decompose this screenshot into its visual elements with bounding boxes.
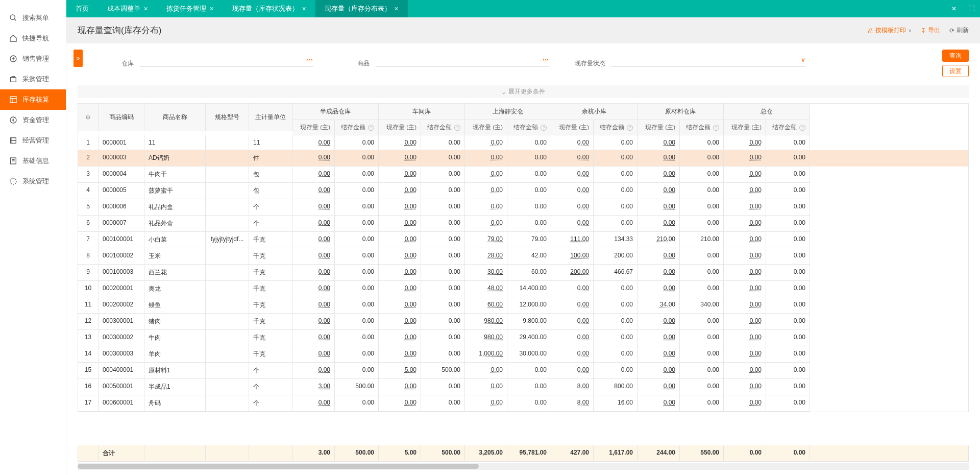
cell-value[interactable]: 0.00 bbox=[724, 150, 766, 167]
tab-close-all[interactable]: ✕ bbox=[945, 0, 963, 17]
cell-value[interactable]: 48.00 bbox=[465, 281, 507, 297]
cell-value[interactable]: 0.00 bbox=[379, 167, 421, 183]
cell-value[interactable]: 0.00 bbox=[638, 379, 680, 395]
cell-value[interactable]: 0.00 bbox=[724, 248, 766, 265]
cell-value[interactable]: 0.00 bbox=[638, 183, 680, 199]
cell-value[interactable]: 0.00 bbox=[292, 330, 335, 346]
cell-value[interactable]: 0.00 bbox=[379, 314, 421, 330]
query-button[interactable]: 查询 bbox=[942, 50, 969, 62]
cell-value[interactable]: 0.00 bbox=[724, 314, 766, 330]
cell-value[interactable]: 0.00 bbox=[379, 330, 421, 346]
help-icon[interactable]: ? bbox=[713, 125, 719, 131]
cell-value[interactable]: 8.00 bbox=[551, 379, 594, 395]
horizontal-scrollbar[interactable] bbox=[78, 463, 969, 470]
cell-value[interactable]: 0.00 bbox=[292, 363, 335, 379]
sidebar-item-stock[interactable]: 库存核算 bbox=[0, 89, 66, 110]
cell-value[interactable]: 0.00 bbox=[465, 183, 507, 199]
cell-value[interactable]: 980.00 bbox=[465, 314, 507, 330]
cell-value[interactable]: 0.00 bbox=[551, 363, 594, 379]
cell-value[interactable]: 5.00 bbox=[379, 363, 421, 379]
cell-value[interactable]: 0.00 bbox=[638, 330, 680, 346]
cell-value[interactable]: 0.00 bbox=[292, 395, 335, 412]
more-icon[interactable]: ⋯ bbox=[307, 56, 313, 63]
cell-value[interactable]: 28.00 bbox=[465, 248, 507, 265]
cell-value[interactable]: 34.00 bbox=[638, 297, 680, 314]
more-icon[interactable]: ⋯ bbox=[543, 56, 549, 63]
cell-value[interactable]: 0.00 bbox=[551, 135, 594, 150]
sidebar-item-base[interactable]: 基础信息 bbox=[0, 151, 66, 171]
cell-value[interactable]: 0.00 bbox=[724, 330, 766, 346]
cell-value[interactable]: 0.00 bbox=[638, 395, 680, 412]
cell-value[interactable]: 0.00 bbox=[465, 135, 507, 150]
sidebar-item-ops[interactable]: 经营管理 bbox=[0, 130, 66, 151]
cell-value[interactable]: 0.00 bbox=[638, 346, 680, 363]
cell-value[interactable]: 79.00 bbox=[465, 232, 507, 248]
cell-value[interactable]: 0.00 bbox=[724, 297, 766, 314]
cell-value[interactable]: 0.00 bbox=[551, 297, 594, 314]
cell-value[interactable]: 0.00 bbox=[724, 216, 766, 232]
close-icon[interactable]: ✕ bbox=[302, 6, 306, 12]
table-row[interactable]: 50000006礼品内盒个0.000.000.000.000.000.000.0… bbox=[78, 199, 968, 216]
cell-value[interactable]: 0.00 bbox=[379, 297, 421, 314]
cell-value[interactable]: 0.00 bbox=[638, 265, 680, 281]
cell-value[interactable]: 0.00 bbox=[379, 379, 421, 395]
cell-value[interactable]: 0.00 bbox=[292, 346, 335, 363]
table-row[interactable]: 17000600001舟码个0.000.000.000.000.000.008.… bbox=[78, 395, 968, 412]
print-by-template-link[interactable]: 🖨 按模板打印 ∨ bbox=[867, 26, 912, 35]
cell-value[interactable]: 0.00 bbox=[292, 314, 335, 330]
settings-button[interactable]: 设置 bbox=[942, 65, 969, 77]
table-row[interactable]: 7000100001小白菜tyjyjtyjtyjdf...千克0.000.000… bbox=[78, 232, 968, 248]
close-icon[interactable]: ✕ bbox=[394, 6, 399, 12]
tab[interactable]: 成本调整单✕ bbox=[98, 0, 157, 17]
table-row[interactable]: 1000000111110.000.000.000.000.000.000.00… bbox=[78, 135, 968, 150]
help-icon[interactable]: ? bbox=[368, 125, 374, 131]
cell-value[interactable]: 0.00 bbox=[724, 265, 766, 281]
help-icon[interactable]: ? bbox=[541, 125, 547, 131]
sidebar-item-sales[interactable]: 销售管理 bbox=[0, 49, 66, 69]
close-icon[interactable]: ✕ bbox=[143, 6, 148, 12]
cell-value[interactable]: 0.00 bbox=[724, 167, 766, 183]
cell-value[interactable]: 0.00 bbox=[638, 150, 680, 167]
sidebar-item-fund[interactable]: 资金管理 bbox=[0, 110, 66, 130]
cell-value[interactable]: 30.00 bbox=[465, 265, 507, 281]
cell-value[interactable]: 0.00 bbox=[465, 216, 507, 232]
cell-value[interactable]: 0.00 bbox=[638, 135, 680, 150]
cell-value[interactable]: 0.00 bbox=[465, 199, 507, 216]
cell-value[interactable]: 980.00 bbox=[465, 330, 507, 346]
table-row[interactable]: 20000003AD钙奶件0.000.000.000.000.000.000.0… bbox=[78, 150, 968, 167]
cell-value[interactable]: 0.00 bbox=[379, 216, 421, 232]
cell-value[interactable]: 0.00 bbox=[638, 314, 680, 330]
help-icon[interactable]: ? bbox=[799, 125, 805, 131]
cell-value[interactable]: 0.00 bbox=[724, 346, 766, 363]
cell-value[interactable]: 0.00 bbox=[551, 199, 594, 216]
table-row[interactable]: 10000200001奥龙千克0.000.000.000.0048.0014,4… bbox=[78, 281, 968, 297]
cell-value[interactable]: 0.00 bbox=[379, 346, 421, 363]
cell-value[interactable]: 0.00 bbox=[379, 281, 421, 297]
cell-value[interactable]: 0.00 bbox=[465, 395, 507, 412]
cell-value[interactable]: 0.00 bbox=[379, 265, 421, 281]
cell-value[interactable]: 0.00 bbox=[379, 395, 421, 412]
cell-value[interactable]: 210.00 bbox=[638, 232, 680, 248]
cell-value[interactable]: 0.00 bbox=[638, 216, 680, 232]
sidebar-item-sys[interactable]: 系统管理 bbox=[0, 171, 66, 192]
cell-value[interactable]: 0.00 bbox=[379, 199, 421, 216]
sidebar-item-purchase[interactable]: 采购管理 bbox=[0, 69, 66, 89]
cell-value[interactable]: 0.00 bbox=[292, 248, 335, 265]
status-select[interactable]: ∨ bbox=[611, 60, 805, 67]
table-row[interactable]: 12000300001猪肉千克0.000.000.000.00980.009,8… bbox=[78, 314, 968, 330]
tab[interactable]: 现存量（库存分布表）✕ bbox=[315, 0, 408, 17]
tab[interactable]: 首页 bbox=[66, 0, 98, 17]
help-icon[interactable]: ? bbox=[454, 125, 460, 131]
cell-value[interactable]: 0.00 bbox=[292, 297, 335, 314]
cell-value[interactable]: 0.00 bbox=[638, 167, 680, 183]
cell-value[interactable]: 0.00 bbox=[551, 281, 594, 297]
cell-value[interactable]: 1,000.00 bbox=[465, 346, 507, 363]
cell-value[interactable]: 8.00 bbox=[551, 395, 594, 412]
refresh-link[interactable]: ⟳ 刷新 bbox=[949, 26, 969, 35]
cell-value[interactable]: 0.00 bbox=[551, 167, 594, 183]
export-link[interactable]: ↧ 导出 bbox=[921, 26, 940, 35]
cell-value[interactable]: 0.00 bbox=[724, 199, 766, 216]
table-row[interactable]: 30000004牛肉干包0.000.000.000.000.000.000.00… bbox=[78, 167, 968, 183]
cell-value[interactable]: 0.00 bbox=[465, 379, 507, 395]
cell-value[interactable]: 0.00 bbox=[551, 183, 594, 199]
